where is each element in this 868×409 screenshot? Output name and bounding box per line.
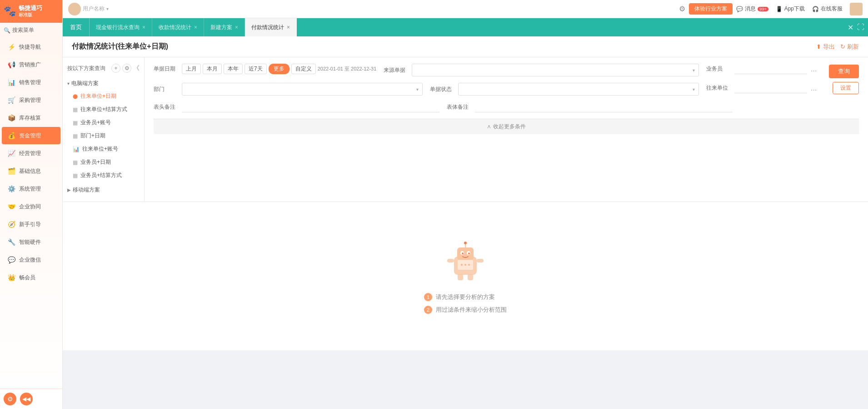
close-all-tabs-icon[interactable]: ✕ [848,23,853,32]
tab-collection[interactable]: 收款情况统计 × [152,18,204,36]
sidebar-item-hardware[interactable]: 🔧 智能硬件 [2,233,60,251]
scheme-panel-header: 按以下方案查询 + ⚙ 《 [63,62,144,76]
sidebar-item-member[interactable]: 👑 畅会员 [2,269,60,286]
sales-label: 销售管理 [19,79,41,86]
sidebar-item-wechat[interactable]: 💬 企业微信 [2,251,60,268]
sidebar-item-basics[interactable]: 🗂️ 基础信息 [2,162,60,180]
sidebar-item-system[interactable]: ⚙️ 系统管理 [2,180,60,197]
sidebar-logo: 🐾 畅捷通巧 标准版 [0,0,62,23]
salesman-input[interactable] [734,64,807,74]
tab-home[interactable]: 首页 [63,18,90,36]
refresh-button[interactable]: ↻ 刷新 [840,43,859,51]
tab-payment-label: 付款情况统计 [251,24,284,31]
source-label: 来源单据 [384,66,408,74]
purchase-label: 采购管理 [19,96,41,104]
filter-settings-button[interactable]: 设置 [833,82,859,94]
tab-bank-flow[interactable]: 现金银行流水查询 × [90,18,152,36]
scheme-item-salesman-date-label: 业务员+日期 [80,158,111,166]
fullscreen-icon[interactable]: ⛶ [857,23,864,31]
finance-icon: 💰 [7,131,15,140]
scheme-group-desktop-header[interactable]: ▾ 电脑端方案 [63,77,144,90]
tab-bank-flow-close-icon[interactable]: × [142,24,145,30]
sidebar-item-inventory[interactable]: 📦 库存核算 [2,109,60,126]
header-note-input[interactable] [182,102,439,112]
sidebar-item-guide[interactable]: 🧭 新手引导 [2,216,60,233]
header-avatar[interactable] [850,3,863,15]
query-button[interactable]: 查询 [829,65,859,78]
scheme-item-counterparty-settlement-label: 往来单位+结算方式 [80,106,127,113]
app-download-action[interactable]: 📱 App下载 [776,5,805,13]
tab-payment-close-icon[interactable]: × [287,24,290,30]
sidebar-item-finance[interactable]: 💰 资金管理 [2,127,60,144]
filter-rows-container: 单据日期 上月 本月 本年 近7天 更多 自定义 2022-01-01 至 20… [154,64,859,119]
sidebar-item-marketing[interactable]: 📢 营销推广 [2,56,60,73]
chevron-down-icon[interactable]: ▾ [106,6,109,11]
svg-point-4 [462,252,464,254]
collapse-sidebar-btn[interactable]: ◀◀ [20,393,33,405]
scheme-item-salesman-date[interactable]: ▦ 业务员+日期 [63,156,144,169]
scheme-item-counterparty-settlement[interactable]: ▦ 往来单位+结算方式 [63,103,144,116]
settings-bottom-btn[interactable]: ⚙ [4,393,16,405]
try-industry-button[interactable]: 体验行业方案 [689,3,733,15]
scheme-chart-icon: 📊 [73,146,80,152]
empty-svg-illustration [438,238,493,284]
scheme-item-counterparty-account[interactable]: 📊 往来单位+账号 [63,142,144,156]
export-label: 导出 [823,43,835,51]
sidebar-nav: ⚡ 快捷导航 📢 营销推广 📊 销售管理 🛒 采购管理 📦 库存核算 💰 资金管… [0,38,62,389]
filter-group-dept: 部门 ▾ [154,83,423,96]
collapse-conditions-btn[interactable]: ∧ 收起更多条件 [154,119,859,134]
sidebar-item-operations[interactable]: 📈 经营管理 [2,145,60,162]
tab-payment[interactable]: 付款情况统计 × [245,18,297,36]
counterparty-input[interactable] [734,83,807,93]
filter-group-salesman: 业务员 ... [706,64,822,74]
scheme-panel-title: 按以下方案查询 [67,65,105,72]
tip-num-1: 1 [424,293,432,301]
customer-service-action[interactable]: 🎧 在线客服 [812,5,843,13]
add-scheme-btn[interactable]: + [111,64,120,73]
hardware-label: 智能硬件 [19,238,41,246]
tab-new-scheme[interactable]: 新建方案 × [204,18,245,36]
page-header: 付款情况统计(往来单位+日期) ⬆ 导出 ↻ 刷新 [63,36,868,57]
scheme-item-dept-date[interactable]: ▦ 部门+日期 [63,129,144,142]
sidebar-item-quick-nav[interactable]: ⚡ 快捷导航 [2,38,60,56]
scheme-item-counterparty-date[interactable]: ⬤ 往来单位+日期 [63,90,144,103]
date-this-year-btn[interactable]: 本年 [224,64,243,74]
dept-select[interactable]: ▾ [182,83,423,96]
date-custom-btn[interactable]: 自定义 [291,64,316,74]
counterparty-label: 往来单位 [706,84,731,92]
doc-status-chevron-icon: ▾ [693,87,695,92]
scheme-table-icon-3: ▦ [73,133,78,139]
svg-rect-10 [458,274,463,280]
scheme-group-mobile-header[interactable]: ▶ 移动端方案 [63,184,144,196]
message-icon: 💬 [736,6,743,12]
top-header: 用户名称 ▾ ⚙ 体验行业方案 💬 消息 99+ 📱 App下载 🎧 在线客服 [63,0,868,18]
salesman-dots[interactable]: ... [811,65,822,73]
date-this-month-btn[interactable]: 本月 [203,64,222,74]
tab-collection-close-icon[interactable]: × [194,24,197,30]
counterparty-dots[interactable]: ... [811,84,822,92]
scheme-active-icon: ⬤ [73,94,78,99]
date-last-month-btn[interactable]: 上月 [182,64,201,74]
svg-rect-1 [457,247,474,260]
search-menu[interactable]: 🔍 搜索菜单 [0,23,62,38]
sidebar-item-purchase[interactable]: 🛒 采购管理 [2,91,60,109]
filter-group-doc-status: 单据状态 ▾ [430,83,699,96]
source-select[interactable]: ▾ [412,64,699,76]
sidebar-item-sales[interactable]: 📊 销售管理 [2,74,60,91]
sidebar-item-enterprise[interactable]: 🤝 企业协同 [2,198,60,215]
messages-action[interactable]: 💬 消息 99+ [736,5,768,13]
date-last-7days-btn[interactable]: 近7天 [244,64,267,74]
scheme-item-salesman-settlement[interactable]: ▦ 业务员+结算方式 [63,169,144,182]
scheme-settings-btn[interactable]: ⚙ [122,64,131,73]
collapse-scheme-btn[interactable]: 《 [133,64,140,72]
tab-new-scheme-close-icon[interactable]: × [235,24,238,30]
filter-panel: 单据日期 上月 本月 本年 近7天 更多 自定义 2022-01-01 至 20… [145,57,868,202]
export-button[interactable]: ⬆ 导出 [816,43,835,51]
date-more-btn[interactable]: 更多 [269,64,289,74]
gear-icon[interactable]: ⚙ [679,5,685,13]
doc-status-select[interactable]: ▾ [458,83,699,96]
body-note-input[interactable] [475,102,733,112]
date-label: 单据日期 [154,65,178,73]
scheme-panel-header-actions: + ⚙ 《 [111,64,140,73]
scheme-item-salesman-account[interactable]: ▦ 业务员+账号 [63,116,144,129]
